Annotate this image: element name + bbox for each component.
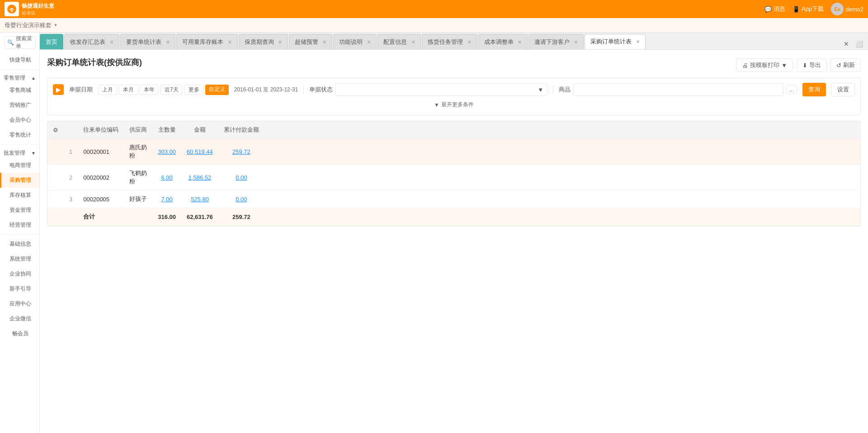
tab-baozhiQi[interactable]: 保质期查询 × [239,34,288,49]
print-arrow-icon: ▼ [781,62,787,69]
close-peizhi-icon[interactable]: × [411,38,415,46]
goods-filter-label: 商品 [559,86,571,94]
tab-bar: 首页 收发存汇总表 × 要货单统计表 × 可用量库存账本 × 保质期查询 × 超… [40,33,868,50]
th-quantity: 主数量 [152,121,181,139]
close-shoufaHuizong-icon[interactable]: × [110,38,113,46]
app-download-btn[interactable]: 📱 App下载 [793,5,824,13]
date-this-month-button[interactable]: 本月 [119,85,138,95]
close-keyongLiangKu-icon[interactable]: × [228,38,231,46]
workspace-label: 母婴行业演示账套 [5,21,52,29]
status-select[interactable]: ▼ [335,83,547,96]
settings-button[interactable]: 设置 [831,83,855,96]
close-chaoChubaoJing-icon[interactable]: × [323,38,326,46]
tab-kuohuoRenwu[interactable]: 拣货任务管理 × [422,34,477,49]
tab-peizhi[interactable]: 配置信息 × [377,34,421,49]
table-row[interactable]: 3 00020005 好孩子 7.00 525.80 0.00 [47,190,860,208]
close-kuohuoRenwu-icon[interactable]: × [467,38,471,46]
page-content: 采购订单统计表(按供应商) 🖨 按模板打印 ▼ ⬇ 导出 ↺ 刷新 [40,50,868,433]
sidebar-item-retail-stats[interactable]: 零售统计 [0,128,39,143]
date-custom-badge[interactable]: 自定义 [205,85,229,95]
tab-home[interactable]: 首页 [40,34,63,49]
sidebar-item-member[interactable]: 会员中心 [0,113,39,128]
sidebar-search-area: 🔍 搜索菜单 [0,33,39,52]
sidebar-item-marketing[interactable]: 营销推广 [0,98,39,113]
close-baozhiQi-icon[interactable]: × [278,38,282,46]
goods-filter-group: 商品 ... [559,83,797,96]
print-icon: 🖨 [742,62,748,69]
sidebar-item-finance[interactable]: 资金管理 [0,203,39,218]
maximize-tab-button[interactable]: ⬜ [854,38,864,49]
sidebar-item-enterprise[interactable]: 企业协同 [0,266,39,281]
sidebar-item-vip[interactable]: 畅会员 [0,326,39,341]
date-more-button[interactable]: 更多 [184,85,203,95]
sidebar-item-ecommerce[interactable]: 电商管理 [0,158,39,173]
query-button[interactable]: 查询 [802,83,826,96]
sidebar-item-inventory[interactable]: 库存核算 [0,188,39,203]
sidebar-item-operations[interactable]: 经营管理 [0,218,39,233]
refresh-button[interactable]: ↺ 刷新 [830,58,861,72]
close-caigouDan-icon[interactable]: × [636,38,640,45]
workspace-selector[interactable]: 母婴行业演示账套 ▼ [5,21,58,29]
filter-bar: ▶ 单据日期 上月 本月 本年 近7天 更多 自定义 2016-01-01 至 … [47,78,861,115]
tab-caigouDan[interactable]: 采购订单统计表 × [585,34,646,49]
footer-paid-amount: 259.72 [218,208,264,226]
search-menu-button[interactable]: 🔍 搜索菜单 [4,36,36,49]
close-chengbenTiaozheng-icon[interactable]: × [518,38,522,46]
row-quantity: 303.00 [152,139,181,165]
user-profile[interactable]: Ea demo2 [831,3,863,15]
sidebar-item-basic[interactable]: 基础信息 [0,237,39,252]
sidebar-item-quick-nav[interactable]: 快捷导航 [0,52,39,67]
date-last-month-button[interactable]: 上月 [98,85,117,95]
filter-toggle-button[interactable]: ▶ [53,84,64,95]
workspace-arrow-icon: ▼ [53,23,58,28]
logo-icon [5,2,19,16]
sidebar-item-newbie[interactable]: 新手引导 [0,281,39,296]
close-gongnengShuoming-icon[interactable]: × [367,38,371,46]
sidebar-item-system[interactable]: 系统管理 [0,252,39,266]
tab-yaohuoDan[interactable]: 要货单统计表 × [120,34,175,49]
sidebar-item-retail-shop[interactable]: 零售商城 [0,83,39,98]
th-amount: 金额 [181,121,218,139]
sidebar-group-batch[interactable]: 批发管理 ▼ [0,147,39,158]
data-table: ⚙ 往来单位编码 供应商 主数量 金额 累计付款金额 1 000200 [47,121,860,226]
chevron-down-small-icon: ▼ [434,102,439,108]
goods-filter-input[interactable] [573,83,783,96]
footer-quantity: 316.00 [152,208,181,226]
row-quantity: 7.00 [152,190,181,208]
date-this-year-button[interactable]: 本年 [140,85,159,95]
sidebar: 🔍 搜索菜单 快捷导航 零售管理 ▲ 零售商城 营销推广 会员中心 零售统计 批… [0,33,40,433]
filter-more-button[interactable]: ... [786,85,797,94]
footer-settings [47,208,64,226]
row-num: 2 [64,165,78,190]
status-filter-label: 单据状态 [309,86,333,94]
logo-box: 畅捷通好生意 标准版 [5,2,54,16]
tab-keyongLiangKu[interactable]: 可用量库存账本 × [176,34,237,49]
table-row[interactable]: 1 00020001 惠氏奶粉 303.00 60,519.44 259.72 [47,139,860,165]
sidebar-group-retail[interactable]: 零售管理 ▲ [0,71,39,83]
row-amount: 1,586.52 [181,165,218,190]
expand-more-conditions-button[interactable]: ▼ 展开更多条件 [53,99,855,110]
sidebar-item-purchase[interactable]: 采购管理 [0,173,39,188]
tab-yaoqingXiayou[interactable]: 邀请下游客户 × [528,34,584,49]
close-tab-button[interactable]: ✕ [841,38,852,49]
date-7days-button[interactable]: 近7天 [160,85,183,95]
print-button[interactable]: 🖨 按模板打印 ▼ [736,58,793,72]
row-unit-code: 00020005 [78,190,124,208]
sidebar-item-app-center[interactable]: 应用中心 [0,296,39,311]
table-row[interactable]: 2 00020002 飞鹤奶粉 6.00 1,586.52 0.00 [47,165,860,190]
tab-chengbenTiaozheng[interactable]: 成本调整单 × [478,34,528,49]
export-button[interactable]: ⬇ 导出 [797,58,827,72]
row-paid-amount: 0.00 [218,165,264,190]
th-settings[interactable]: ⚙ [47,121,64,139]
top-bar-right: 💬 消息 📱 App下载 Ea demo2 [764,3,863,15]
tab-gongnengShuoming[interactable]: 功能说明 × [333,34,377,49]
filter-row-1: ▶ 单据日期 上月 本月 本年 近7天 更多 自定义 2016-01-01 至 … [53,83,855,96]
sidebar-item-wechat[interactable]: 企业微信 [0,311,39,326]
sidebar-divider-2 [0,144,39,145]
message-btn[interactable]: 💬 消息 [764,5,785,13]
sidebar-divider-1 [0,69,39,70]
close-yaohuoDan-icon[interactable]: × [166,38,170,46]
close-yaoqingXiayou-icon[interactable]: × [574,38,578,46]
tab-chaoChubaoJing[interactable]: 超储预警 × [289,34,332,49]
tab-shoufaHuizong[interactable]: 收发存汇总表 × [64,34,119,49]
